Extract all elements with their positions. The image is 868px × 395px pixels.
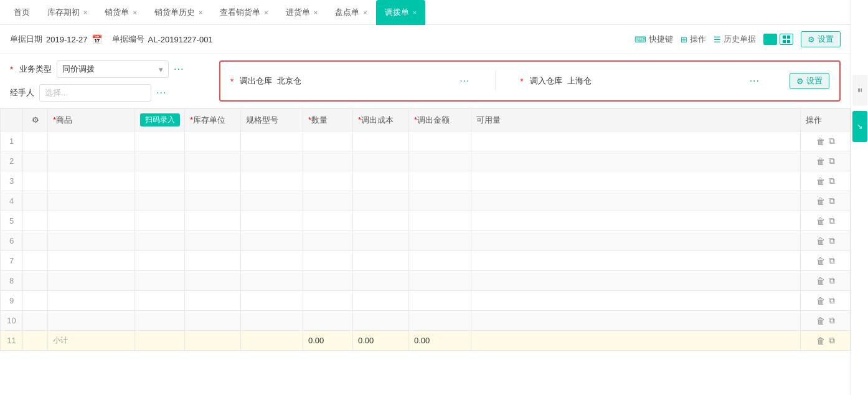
row-amount[interactable] [409, 151, 471, 171]
row-amount[interactable] [409, 271, 471, 291]
delete-icon[interactable]: 🗑 [816, 296, 825, 306]
more-button[interactable]: ··· [174, 64, 184, 75]
row-cost[interactable] [353, 251, 409, 271]
delete-icon[interactable]: 🗑 [816, 276, 825, 286]
tab-sales-history[interactable]: 销货单历史 × [146, 0, 211, 25]
row-qty[interactable] [303, 311, 353, 331]
grid-view-icon[interactable] [780, 34, 793, 45]
row-cost[interactable] [353, 131, 409, 151]
col-scan-header[interactable]: 扫码录入 [135, 109, 185, 131]
row-qty[interactable] [303, 291, 353, 311]
copy-icon[interactable]: ⧉ [829, 255, 835, 266]
copy-icon[interactable]: ⧉ [829, 196, 835, 206]
operations-button[interactable]: ⊞ 操作 [681, 34, 706, 45]
copy-icon[interactable]: ⧉ [829, 156, 835, 166]
row-settings [23, 191, 48, 211]
copy-icon[interactable]: ⧉ [829, 176, 835, 186]
row-amount[interactable] [409, 191, 471, 211]
copy-icon[interactable]: ⧉ [829, 216, 835, 226]
shortcuts-button[interactable]: ⌨ 快捷键 [634, 34, 673, 45]
row-spec [241, 231, 303, 251]
row-product[interactable] [48, 311, 135, 331]
row-amount[interactable] [409, 231, 471, 251]
copy-icon[interactable]: ⧉ [829, 136, 835, 146]
sidebar-doc-button[interactable]: ≡ [852, 75, 867, 106]
calendar-icon[interactable]: 📅 [92, 34, 102, 44]
sidebar-expand-button[interactable]: ↗ [852, 111, 867, 142]
copy-icon[interactable]: ⧉ [829, 315, 835, 326]
close-icon[interactable]: × [133, 9, 136, 16]
tab-view-sales[interactable]: 查看销货单 × [211, 0, 276, 25]
tab-sales-order[interactable]: 销货单 × [96, 0, 145, 25]
person-more-button[interactable]: ··· [156, 87, 166, 98]
row-qty[interactable] [303, 211, 353, 231]
close-icon[interactable]: × [363, 9, 367, 16]
in-warehouse-more[interactable]: ··· [750, 75, 760, 87]
person-select[interactable]: 选择... [39, 84, 151, 102]
copy-icon[interactable]: ⧉ [829, 275, 835, 286]
row-product[interactable] [48, 231, 135, 251]
out-warehouse-more[interactable]: ··· [460, 75, 469, 87]
row-product[interactable] [48, 131, 135, 151]
scan-button[interactable]: 扫码录入 [140, 113, 180, 126]
row-product[interactable] [48, 171, 135, 191]
row-amount[interactable] [409, 311, 471, 331]
row-cost[interactable] [353, 151, 409, 171]
row-qty[interactable] [303, 191, 353, 211]
copy-icon[interactable]: ⧉ [829, 295, 835, 306]
tab-purchase-order[interactable]: 进货单 × [277, 0, 326, 25]
col-spec-header: 规格型号 [241, 109, 303, 131]
row-cost[interactable] [353, 291, 409, 311]
delete-icon[interactable]: 🗑 [816, 196, 825, 206]
row-qty[interactable] [303, 171, 353, 191]
row-qty[interactable] [303, 231, 353, 251]
copy-icon[interactable]: ⧉ [829, 335, 835, 346]
row-product[interactable] [48, 211, 135, 231]
row-qty[interactable] [303, 131, 353, 151]
row-amount[interactable] [409, 211, 471, 231]
list-view-icon[interactable] [763, 34, 777, 45]
row-qty[interactable] [303, 271, 353, 291]
tab-inventory-init[interactable]: 库存期初 × [39, 0, 96, 25]
col-amount-header: *调出金额 [409, 109, 471, 131]
row-cost[interactable] [353, 171, 409, 191]
delete-icon[interactable]: 🗑 [816, 336, 825, 346]
close-icon[interactable]: × [314, 9, 318, 16]
row-cost[interactable] [353, 231, 409, 251]
delete-icon[interactable]: 🗑 [816, 256, 825, 266]
history-button[interactable]: ☰ 历史单据 [714, 34, 756, 45]
tab-transfer-order[interactable]: 调拨单 × [376, 0, 425, 25]
row-product[interactable] [48, 191, 135, 211]
delete-icon[interactable]: 🗑 [816, 156, 825, 166]
close-icon[interactable]: × [264, 9, 268, 16]
row-amount[interactable] [409, 171, 471, 191]
row-amount[interactable] [409, 131, 471, 151]
row-cost[interactable] [353, 271, 409, 291]
row-cost[interactable] [353, 211, 409, 231]
tab-home[interactable]: 首页 [5, 0, 39, 25]
close-icon[interactable]: × [199, 9, 202, 16]
tab-inventory-check[interactable]: 盘点单 × [326, 0, 375, 25]
row-qty[interactable] [303, 251, 353, 271]
close-icon[interactable]: × [83, 9, 87, 16]
row-product[interactable] [48, 151, 135, 171]
row-qty[interactable] [303, 151, 353, 171]
col-settings-header[interactable]: ⚙ [23, 109, 48, 131]
delete-icon[interactable]: 🗑 [816, 136, 825, 146]
delete-icon[interactable]: 🗑 [816, 236, 825, 246]
delete-icon[interactable]: 🗑 [816, 216, 825, 226]
row-amount[interactable] [409, 251, 471, 271]
row-product[interactable] [48, 251, 135, 271]
row-product[interactable] [48, 291, 135, 311]
row-cost[interactable] [353, 191, 409, 211]
warehouse-setting-button[interactable]: ⚙ 设置 [790, 73, 829, 89]
copy-icon[interactable]: ⧉ [829, 236, 835, 246]
business-type-select[interactable]: 同价调拨 ▾ [57, 60, 169, 78]
row-cost[interactable] [353, 311, 409, 331]
delete-icon[interactable]: 🗑 [816, 316, 825, 326]
setting-button[interactable]: ⚙ 设置 [801, 31, 841, 47]
delete-icon[interactable]: 🗑 [816, 176, 825, 186]
row-amount[interactable] [409, 291, 471, 311]
row-product[interactable] [48, 271, 135, 291]
close-icon[interactable]: × [413, 9, 417, 16]
